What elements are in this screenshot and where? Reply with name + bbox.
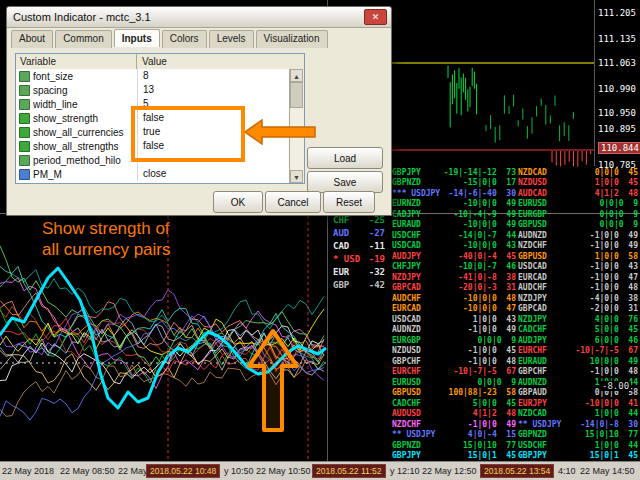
highlight-arrow-icon xyxy=(245,119,317,145)
pair-name: NZDJPY xyxy=(392,273,421,282)
pair-row: GBPNZD15|0|10 77 xyxy=(392,440,516,451)
pair-row: GBPUSD1|0|0 58 xyxy=(518,251,638,262)
pair-name: AUDCHF xyxy=(518,283,547,292)
pair-name: USDCHF xyxy=(392,231,421,240)
time-tick: 22 May 14:50 xyxy=(580,466,635,476)
tab-common[interactable]: Common xyxy=(55,30,112,48)
pair-values: -19|-14|-12 73 xyxy=(444,168,516,177)
save-button[interactable]: Save xyxy=(307,171,383,193)
currency-strength-row: CAD-11 xyxy=(333,239,385,252)
pair-row: AUDCHF-1|0|0 48 xyxy=(518,283,638,294)
pair-values: -1|0|0 48 xyxy=(468,357,516,366)
pair-row: AUDUSD4|1|2 48 xyxy=(392,409,516,420)
price-label: 111.063 xyxy=(598,58,636,68)
pair-row: EURGBP0|0|0 9 xyxy=(392,335,516,346)
pair-values: 5|0|0 45 xyxy=(595,325,638,334)
pair-row: NZDCAD1|0|0 44 xyxy=(518,409,638,420)
price-label: 110.895 xyxy=(598,124,636,134)
pair-name: NZDUSD xyxy=(518,178,547,187)
time-marker-box: 2018.05.22 13:54 xyxy=(480,464,554,478)
pair-values: -10|0|0 43 xyxy=(463,241,516,250)
pair-name: ** USDJPY xyxy=(518,420,561,429)
chart-up-arrow-icon xyxy=(246,328,300,434)
pair-row: CHFJPY-10|0|-7 46 xyxy=(392,262,516,273)
price-label: 110.950 xyxy=(598,108,636,118)
pair-name: CADCHF xyxy=(518,325,547,334)
pair-row: GBPUSD100|88|-23 58 xyxy=(392,388,516,399)
pair-name: GBPCHF xyxy=(518,367,547,376)
pair-values: -10|0|0 49 xyxy=(463,199,516,208)
pair-values: -41|0|-8 38 xyxy=(458,273,516,282)
tab-visualization[interactable]: Visualization xyxy=(256,30,328,48)
param-value[interactable]: 13 xyxy=(137,83,290,97)
scroll-down-icon[interactable]: ▼ xyxy=(290,170,303,183)
pair-name: EURCAD xyxy=(518,273,547,282)
pair-row: EURCAD-1|0|0 47 xyxy=(518,272,638,283)
cancel-button[interactable]: Cancel xyxy=(265,191,321,213)
currency-value: -19 xyxy=(369,254,385,264)
param-type-icon xyxy=(19,85,30,96)
pair-name: EURAUD xyxy=(392,220,421,229)
pair-values: 15|0|1 45 xyxy=(468,451,516,460)
pair-values: 100|88|-23 58 xyxy=(449,388,516,397)
tab-inputs[interactable]: Inputs xyxy=(114,29,160,47)
param-value[interactable]: close xyxy=(137,167,290,181)
pair-name: GBPNZD xyxy=(392,178,421,187)
pair-row: CADCHF5|0|0 45 xyxy=(518,325,638,336)
time-tick: 22 May 10:50 xyxy=(256,466,311,476)
time-tick: 22 May 12:50 xyxy=(422,466,477,476)
pair-name: AUDJPY xyxy=(518,336,547,345)
param-type-icon xyxy=(19,71,30,82)
pair-values: -1|0|0 49 xyxy=(590,231,638,240)
pair-name: EURCAD xyxy=(392,304,421,313)
param-name: show_all_currencies xyxy=(33,127,137,138)
pair-row: EURUSD0|0|0 9 xyxy=(392,377,516,388)
inputs-row[interactable]: spacing13 xyxy=(16,83,290,97)
tab-levels[interactable]: Levels xyxy=(209,30,254,48)
pair-row: AUDCHF-10|0|0 48 xyxy=(392,293,516,304)
pair-name: GBPUSD xyxy=(518,252,547,261)
pair-row: EURJPY-10|0|0 41 xyxy=(518,398,638,409)
pair-row: CADJPY-10|-4|-9 49 xyxy=(392,209,516,220)
pair-values: -10|-4|-9 49 xyxy=(453,210,516,219)
col-header-variable: Variable xyxy=(16,54,137,69)
param-type-icon xyxy=(19,141,30,152)
scroll-up-icon[interactable]: ▲ xyxy=(290,69,303,82)
currency-strength-row: AUD-27 xyxy=(333,226,385,239)
param-type-icon xyxy=(19,113,30,124)
tab-colors[interactable]: Colors xyxy=(162,30,207,48)
inputs-row[interactable]: PM_Mclose xyxy=(16,167,290,181)
inputs-row[interactable]: font_size8 xyxy=(16,69,290,83)
pair-column-1: GBPJPY-19|-14|-12 73GBPNZD-15|0|0 17*** … xyxy=(392,167,516,461)
pair-values: 1|0|0 58 xyxy=(595,252,638,261)
load-button[interactable]: Load xyxy=(307,147,383,169)
currency-value: -11 xyxy=(369,241,385,251)
pair-row: GBPNZD-15|0|0 17 xyxy=(392,178,516,189)
pair-name: NZDCAD xyxy=(518,168,547,177)
ok-button[interactable]: OK xyxy=(213,191,263,213)
pair-name: EURCHF xyxy=(392,367,421,376)
pair-row: USDCAD-1|0|0 43 xyxy=(518,262,638,273)
pair-values: -40|0|-4 45 xyxy=(458,252,516,261)
currency-value: -42 xyxy=(369,280,385,290)
pair-values: 15|0|10 77 xyxy=(585,430,638,439)
dialog-titlebar[interactable]: Custom Indicator - mctc_3.1 ✕ xyxy=(7,7,391,28)
pair-values: 15|0|10 77 xyxy=(463,441,516,450)
tab-about[interactable]: About xyxy=(11,30,53,48)
pair-name: CADJPY xyxy=(392,210,421,219)
scroll-thumb[interactable] xyxy=(290,82,303,108)
pair-row: CADCHF5|0|0 45 xyxy=(392,398,516,409)
pair-row: EURGBP0|0|0 9 xyxy=(518,209,638,220)
pair-column-2: NZDCAD0|0|0 45NZDUSD1|0|0 45AUDCAD4|1|2 … xyxy=(518,167,638,461)
pair-values: 1|0|0 44 xyxy=(595,409,638,418)
pair-name: GBPCAD xyxy=(518,304,547,313)
time-tick: 4:10 xyxy=(558,466,576,476)
pair-row: AUDJPY-40|0|-4 45 xyxy=(392,251,516,262)
reset-button[interactable]: Reset xyxy=(323,191,375,213)
param-value[interactable]: 8 xyxy=(137,69,290,83)
close-icon[interactable]: ✕ xyxy=(364,9,387,25)
pair-values: -14|-6|-40 30 xyxy=(449,189,516,198)
pair-name: GBPCHF xyxy=(392,357,421,366)
pair-name: GBPAUD xyxy=(518,388,547,397)
time-axis[interactable]: 22 May 201822 May 08:5022 May 09:502018.… xyxy=(0,461,640,480)
